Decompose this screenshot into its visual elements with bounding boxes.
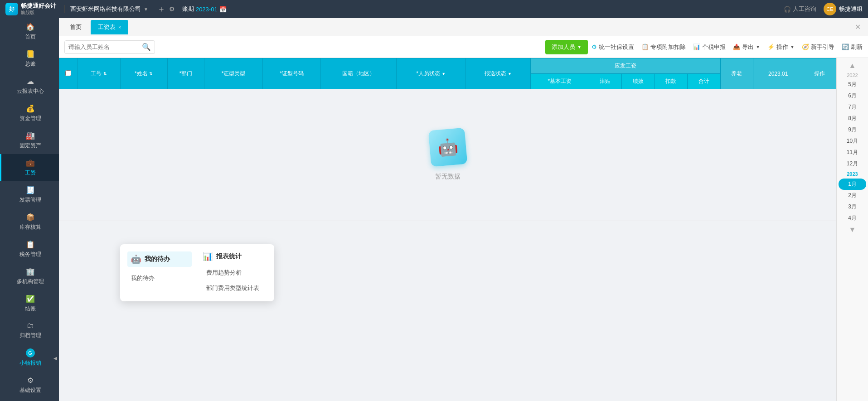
timeline-month-9[interactable]: 9月 — [837, 124, 868, 135]
sidebar-label-ledger: 总账 — [25, 60, 36, 68]
collapse-arrow-icon: ◀ — [53, 355, 57, 360]
timeline-month-12[interactable]: 12月 — [837, 158, 868, 169]
table-checkbox-col — [59, 58, 78, 89]
special-deduction-btn[interactable]: 📋 专项附加扣除 — [641, 43, 686, 51]
search-icon[interactable]: 🔍 — [142, 43, 151, 51]
archive-icon: 🗂 — [27, 322, 34, 330]
popup-todo-title: 我的待办 — [145, 255, 170, 263]
add-person-button[interactable]: 添加人员 ▼ — [545, 40, 588, 54]
timeline-month-mar-2023[interactable]: 3月 — [837, 201, 868, 213]
sidebar-item-invoice[interactable]: 🧾 发票管理 — [0, 181, 59, 208]
service-label: 人工咨询 — [793, 5, 816, 13]
timeline-month-6[interactable]: 6月 — [837, 90, 868, 101]
main-layout: 🏠 首页 📒 总账 ☁ 云报表中心 💰 资金管理 🏭 固定资产 💼 工资 🧾 发… — [0, 18, 868, 401]
sidebar-label-basic: 基础设置 — [19, 387, 41, 394]
sidebar-label-salary: 工资 — [25, 169, 36, 177]
tab-salary-label: 工资表 — [98, 23, 116, 31]
sidebar-item-archive[interactable]: 🗂 归档管理 — [0, 317, 59, 344]
select-all-checkbox[interactable] — [65, 70, 71, 76]
toolbar-actions: ⚙ 统一社保设置 📋 专项附加扣除 📊 个税申报 📤 导出 ▼ ⚡ — [592, 43, 863, 51]
filter-status-icon[interactable]: ▼ — [441, 72, 446, 76]
basic-settings-icon: ⚙ — [27, 376, 34, 385]
company-arrow-icon: ▼ — [144, 7, 148, 12]
tab-close-icon[interactable]: × — [118, 24, 121, 30]
add-person-label: 添加人员 — [552, 43, 575, 51]
guide-btn[interactable]: 🧭 新手引导 — [802, 43, 834, 51]
sidebar-item-cloud[interactable]: ☁ 云报表中心 — [0, 72, 59, 100]
sidebar-item-tax[interactable]: 📋 税务管理 — [0, 236, 59, 263]
tax-report-btn[interactable]: 📊 个税申报 — [693, 43, 726, 51]
timeline-panel: ▲ 2022 5月 6月 7月 8月 9月 10月 11月 12月 2023 1… — [836, 58, 868, 401]
calendar-icon[interactable]: 📅 — [219, 6, 227, 13]
tab-home[interactable]: 首页 — [63, 20, 89, 34]
report-chart-icon: 📊 — [203, 251, 213, 261]
window-close-icon[interactable]: ✕ — [851, 23, 864, 31]
service-button[interactable]: 🎧 人工咨询 — [784, 5, 816, 13]
app-logo-sub: 旗舰版 — [21, 10, 56, 16]
timeline-month-8[interactable]: 8月 — [837, 113, 868, 124]
operation-btn[interactable]: ⚡ 操作 ▼ — [767, 43, 795, 51]
sidebar-item-ledger[interactable]: 📒 总账 — [0, 45, 59, 72]
sidebar-item-xiaochang[interactable]: G 小畅报销 ◀ — [0, 344, 59, 372]
funds-icon: 💰 — [26, 104, 35, 113]
settle-icon: ✅ — [26, 295, 35, 303]
multi-icon: 🏢 — [26, 267, 35, 276]
popup-item-mytodo[interactable]: 我的待办 — [127, 272, 192, 284]
assets-icon: 🏭 — [26, 131, 35, 140]
timeline-month-5[interactable]: 5月 — [837, 79, 868, 90]
timeline-month-jan-2023[interactable]: 1月 — [839, 179, 866, 190]
timeline-down-icon[interactable]: ▼ — [847, 224, 858, 236]
tax-report-icon: 📊 — [693, 43, 700, 50]
cloud-icon: ☁ — [27, 77, 34, 86]
sidebar-item-funds[interactable]: 💰 资金管理 — [0, 100, 59, 127]
sidebar-item-guide[interactable]: ▶ 新手引导 — [0, 399, 59, 401]
invoice-icon: 🧾 — [26, 186, 35, 194]
user-area[interactable]: CE 畅捷通组 — [824, 3, 863, 15]
todo-robot-icon: 🤖 — [131, 254, 141, 264]
sidebar-item-multi[interactable]: 🏢 多机构管理 — [0, 263, 59, 290]
sort-name-icon[interactable]: ⇅ — [149, 72, 153, 76]
refresh-btn[interactable]: 🔄 刷新 — [842, 43, 863, 51]
inventory-icon: 📦 — [26, 213, 35, 222]
timeline-month-10[interactable]: 10月 — [837, 135, 868, 147]
sidebar-item-assets[interactable]: 🏭 固定资产 — [0, 127, 59, 154]
th-dept: *部门 — [167, 58, 204, 89]
popup-item-dept-expense[interactable]: 部门费用类型统计表 — [203, 282, 267, 294]
popup-header-todo[interactable]: 🤖 我的待办 — [127, 251, 192, 267]
guide-toolbar-icon: 🧭 — [802, 43, 809, 50]
export-btn[interactable]: 📤 导出 ▼ — [733, 43, 760, 51]
operation-arrow-icon: ▼ — [790, 44, 795, 49]
filter-report-icon[interactable]: ▼ — [508, 72, 512, 76]
search-box: 🔍 — [64, 40, 155, 54]
sidebar-label-xiaochang: 小畅报销 — [19, 359, 41, 367]
timeline-month-apr-2023[interactable]: 4月 — [837, 213, 868, 224]
headset-icon: 🎧 — [784, 6, 791, 13]
timeline-month-feb-2023[interactable]: 2月 — [837, 190, 868, 201]
popup-col-todo: 🤖 我的待办 我的待办 — [127, 251, 192, 294]
timeline-up-icon[interactable]: ▲ — [847, 60, 858, 72]
toolbar: 🔍 添加人员 ▼ ⚙ 统一社保设置 📋 专项附加扣除 📊 个税申报 — [59, 36, 868, 58]
sort-id-icon[interactable]: ⇅ — [103, 72, 107, 76]
period-area[interactable]: 账期 2023-01 📅 — [182, 5, 227, 13]
social-insurance-btn[interactable]: ⚙ 统一社保设置 — [592, 43, 634, 51]
settings-icon[interactable]: ⚙ — [169, 5, 175, 13]
special-deduction-icon: 📋 — [641, 43, 649, 50]
timeline-month-11[interactable]: 11月 — [837, 147, 868, 158]
th-cert-type: *证型类型 — [204, 58, 263, 89]
company-selector[interactable]: 西安虾米网络科技有限公司 ▼ — [64, 5, 154, 13]
timeline-month-7[interactable]: 7月 — [837, 101, 868, 113]
add-company-icon[interactable]: ＋ — [157, 4, 165, 14]
popup-item-expense-trend[interactable]: 费用趋势分析 — [203, 267, 267, 279]
sidebar-item-home[interactable]: 🏠 首页 — [0, 18, 59, 45]
sidebar-item-settle[interactable]: ✅ 结账 — [0, 290, 59, 317]
sidebar-item-salary[interactable]: 💼 工资 — [0, 154, 59, 181]
popup-col-reports: 📊 报表统计 费用趋势分析 部门费用类型统计表 — [203, 251, 267, 294]
sidebar-item-basic[interactable]: ⚙ 基础设置 — [0, 372, 59, 399]
th-subsidy: 津贴 — [589, 74, 621, 89]
popup-header-reports[interactable]: 📊 报表统计 — [203, 251, 267, 261]
content-area: 首页 工资表 × ✕ 🔍 添加人员 ▼ ⚙ 统一社保设 — [59, 18, 868, 401]
tab-salary[interactable]: 工资表 × — [91, 20, 128, 34]
sidebar-item-inventory[interactable]: 📦 库存核算 — [0, 208, 59, 236]
th-deduct: 扣款 — [655, 74, 687, 89]
search-input[interactable] — [68, 43, 142, 50]
